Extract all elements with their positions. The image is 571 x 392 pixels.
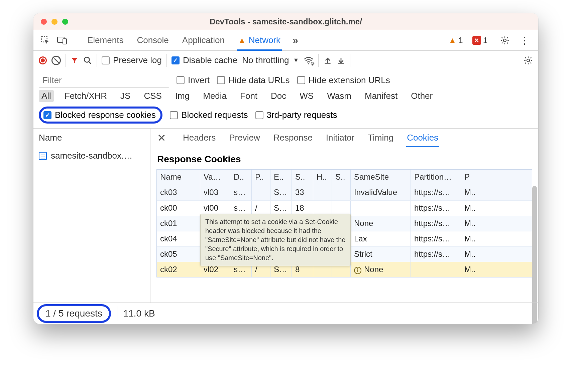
col-path[interactable]: P..: [252, 170, 270, 185]
requests-count-highlight: 1 / 5 requests: [37, 304, 111, 323]
col-expires[interactable]: E..: [270, 170, 292, 185]
transfer-size: 11.0 kB: [123, 308, 155, 319]
more-tabs-button[interactable]: »: [293, 35, 297, 46]
close-details-icon[interactable]: ✕: [157, 132, 166, 144]
info-icon[interactable]: i: [354, 267, 361, 274]
type-manifest[interactable]: Manifest: [362, 90, 400, 102]
cell-pr: M..: [461, 216, 532, 231]
network-conditions-icon[interactable]: [304, 56, 314, 65]
network-toolbar: Preserve log Disable cache No throttling…: [33, 51, 538, 70]
col-httponly[interactable]: H..: [313, 170, 332, 185]
cell-pr: M..: [461, 201, 532, 216]
detail-tabs: ✕ Headers Preview Response Initiator Tim…: [150, 129, 538, 147]
separator: [66, 54, 66, 67]
cell-pr: M..: [461, 247, 532, 262]
svg-point-3: [503, 39, 506, 41]
col-secure[interactable]: S..: [332, 170, 351, 185]
type-fetch-xhr[interactable]: Fetch/XHR: [62, 90, 110, 102]
hide-data-urls-checkbox[interactable]: Hide data URLs: [217, 75, 290, 85]
samesite-tooltip: This attempt to set a cookie via a Set-C…: [200, 214, 351, 266]
warnings-count[interactable]: ▲ 1: [449, 36, 463, 45]
blocked-response-cookies-highlight: Blocked response cookies: [39, 107, 162, 124]
close-window-button[interactable]: [41, 19, 47, 25]
col-value[interactable]: Va…: [200, 170, 230, 185]
col-domain[interactable]: D..: [230, 170, 252, 185]
search-icon[interactable]: [83, 56, 92, 65]
col-size[interactable]: S..: [292, 170, 313, 185]
tab-console[interactable]: Console: [137, 30, 168, 50]
cell-name: ck03: [157, 185, 200, 200]
titlebar: DevTools - samesite-sandbox.glitch.me/: [33, 13, 538, 30]
name-column-header[interactable]: Name: [33, 129, 150, 147]
minimize-window-button[interactable]: [51, 19, 58, 25]
more-options-icon[interactable]: ⋮: [520, 34, 530, 46]
blocked-requests-checkbox[interactable]: Blocked requests: [170, 110, 248, 120]
tab-elements[interactable]: Elements: [87, 30, 123, 50]
tab-response[interactable]: Response: [273, 129, 313, 147]
zoom-window-button[interactable]: [62, 19, 68, 25]
separator: [318, 54, 319, 67]
filter-icon[interactable]: [71, 56, 79, 64]
disable-cache-checkbox[interactable]: Disable cache: [172, 55, 237, 65]
cell-d: s…: [230, 185, 252, 200]
cell-name: ck00: [157, 201, 200, 216]
vertical-scrollbar[interactable]: [532, 186, 538, 299]
document-icon: [39, 152, 47, 160]
inspect-element-icon[interactable]: [39, 34, 52, 47]
requests-count: 1 / 5 requests: [45, 308, 102, 319]
col-samesite[interactable]: SameSite: [351, 170, 411, 185]
cell-e: S…: [270, 185, 292, 200]
download-har-icon[interactable]: [337, 56, 345, 65]
type-img[interactable]: Img: [173, 90, 192, 102]
filter-row: Invert Hide data URLs Hide extension URL…: [33, 70, 538, 89]
type-media[interactable]: Media: [200, 90, 229, 102]
cell-part: https://s…: [411, 201, 461, 216]
col-name[interactable]: Name: [157, 170, 200, 185]
table-row[interactable]: ck03vl03s…S…33InvalidValuehttps://s…M..: [157, 185, 532, 200]
tab-network[interactable]: ▲ Network: [238, 30, 280, 50]
device-toolbar-icon[interactable]: [55, 34, 69, 47]
request-row[interactable]: samesite-sandbox.…: [33, 147, 150, 164]
filter-input[interactable]: [39, 73, 169, 87]
tab-preview[interactable]: Preview: [229, 129, 260, 147]
cell-name: ck05: [157, 247, 200, 262]
cell-part: https://s…: [411, 231, 461, 246]
network-content: Name samesite-sandbox.… ✕ Headers Previe…: [33, 129, 538, 303]
warning-icon: ▲: [449, 36, 457, 45]
upload-har-icon[interactable]: [323, 56, 332, 65]
col-partition[interactable]: Partition…: [411, 170, 461, 185]
type-all[interactable]: All: [39, 90, 54, 102]
tab-application[interactable]: Application: [182, 30, 225, 50]
tab-initiator[interactable]: Initiator: [326, 129, 354, 147]
warning-icon: ▲: [238, 36, 246, 45]
cell-part: https://s…: [411, 185, 461, 200]
cell-name: ck02: [157, 262, 200, 277]
svg-point-7: [312, 63, 314, 64]
errors-count[interactable]: ✕ 1: [472, 36, 487, 45]
tab-cookies[interactable]: Cookies: [407, 129, 438, 147]
hide-extension-urls-checkbox[interactable]: Hide extension URLs: [297, 75, 390, 85]
type-doc[interactable]: Doc: [268, 90, 289, 102]
type-other[interactable]: Other: [408, 90, 435, 102]
col-priority[interactable]: P: [461, 170, 532, 185]
third-party-requests-checkbox[interactable]: 3rd-party requests: [255, 110, 337, 120]
cell-part: https://s…: [411, 247, 461, 262]
cell-va: vl03: [200, 185, 230, 200]
throttling-select[interactable]: No throttling ▼: [242, 55, 299, 65]
type-font[interactable]: Font: [237, 90, 260, 102]
type-wasm[interactable]: Wasm: [324, 90, 354, 102]
tab-headers[interactable]: Headers: [183, 129, 216, 147]
type-ws[interactable]: WS: [297, 90, 316, 102]
settings-icon[interactable]: [500, 36, 509, 45]
record-button[interactable]: [39, 56, 47, 64]
blocked-response-cookies-checkbox[interactable]: Blocked response cookies: [43, 110, 156, 120]
network-settings-icon[interactable]: [524, 56, 533, 65]
cookies-table: Name Va… D.. P.. E.. S.. H.. S.. SameSit…: [156, 169, 532, 277]
type-js[interactable]: JS: [118, 90, 133, 102]
tab-timing[interactable]: Timing: [368, 129, 393, 147]
invert-checkbox[interactable]: Invert: [177, 75, 210, 85]
type-css[interactable]: CSS: [141, 90, 164, 102]
clear-button[interactable]: [51, 56, 61, 65]
preserve-log-checkbox[interactable]: Preserve log: [102, 55, 162, 65]
response-cookies-heading: Response Cookies: [150, 147, 538, 169]
